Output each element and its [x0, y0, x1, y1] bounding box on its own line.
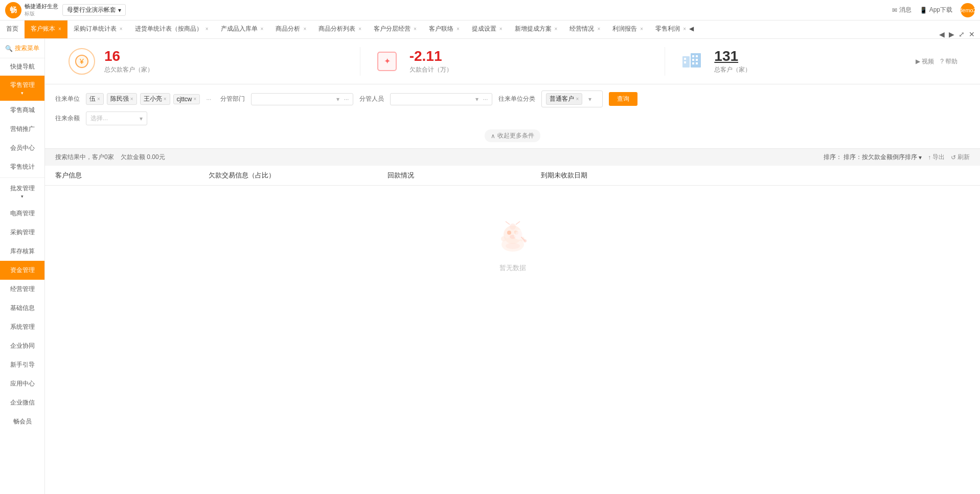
- close-icon[interactable]: ×: [414, 26, 417, 32]
- query-button[interactable]: 查询: [609, 92, 637, 106]
- sidebar-item-enterprise-wechat[interactable]: 企业微信: [0, 393, 44, 412]
- close-icon[interactable]: ×: [597, 26, 600, 32]
- svg-line-21: [516, 221, 520, 224]
- unit-class-filter-label: 往来单位分类: [498, 95, 535, 103]
- sidebar-item-marketing[interactable]: 营销推广: [0, 120, 44, 139]
- tab-retail-profit[interactable]: 零售利润 × ◀: [649, 20, 700, 38]
- summary-cards: ¥ 16 总欠款客户（家） ✦: [45, 39, 980, 84]
- sidebar-item-operations[interactable]: 经营管理: [0, 280, 44, 299]
- sidebar-item-ecommerce[interactable]: 电商管理: [0, 204, 44, 223]
- sidebar-item-system[interactable]: 系统管理: [0, 318, 44, 336]
- sidebar-item-purchase[interactable]: 采购管理: [0, 223, 44, 242]
- close-icon[interactable]: ×: [120, 26, 123, 32]
- total-customers-label: 总客户（家）: [714, 65, 751, 74]
- close-icon[interactable]: ×: [499, 26, 503, 32]
- video-icon: ▶: [916, 58, 920, 65]
- close-icon[interactable]: ×: [206, 26, 209, 32]
- export-button[interactable]: ↑ 导出: [928, 153, 945, 162]
- dept-select[interactable]: ▾ ···: [251, 93, 353, 105]
- result-actions: 排序： 排序：按欠款金额倒序排序 ▾ ↑ 导出 ↺ 刷新: [824, 153, 970, 162]
- svg-point-24: [506, 243, 520, 249]
- dept-filter-label: 分管部门: [220, 95, 245, 103]
- sidebar-quick-nav[interactable]: 快捷导航: [0, 58, 44, 76]
- refresh-button[interactable]: ↺ 刷新: [951, 153, 970, 162]
- message-button[interactable]: ✉ 消息: [892, 6, 911, 14]
- close-icon[interactable]: ×: [683, 26, 686, 32]
- tab-accounts[interactable]: 客户账本 ×: [25, 20, 67, 38]
- industry-select[interactable]: 母婴行业演示帐套 ▾: [62, 4, 126, 16]
- close-icon[interactable]: ×: [358, 26, 361, 32]
- total-customers-value[interactable]: 131: [714, 49, 751, 63]
- avatar[interactable]: demo2: [961, 3, 975, 17]
- video-button[interactable]: ▶ 视频: [916, 57, 934, 66]
- logo-area: 畅 畅捷通好生意 标版: [5, 2, 58, 18]
- sort-select[interactable]: 排序： 排序：按欠款金额倒序排序 ▾: [824, 153, 922, 162]
- sidebar-item-enterprise[interactable]: 企业协同: [0, 336, 44, 355]
- tag-close-chen[interactable]: ×: [130, 96, 133, 102]
- tabs-next-button[interactable]: ▶: [948, 30, 955, 38]
- tab-stock-stat[interactable]: 进货单统计表（按商品） ×: [129, 20, 215, 38]
- balance-select[interactable]: 选择... ▾: [86, 111, 147, 125]
- tab-operation-status[interactable]: 经营情况 ×: [563, 20, 606, 38]
- svg-rect-6: [684, 58, 686, 60]
- tab-customer-layer[interactable]: 客户分层经营 ×: [368, 20, 423, 38]
- tab-promotion-settings[interactable]: 提成设置 ×: [466, 20, 509, 38]
- close-icon[interactable]: ×: [261, 26, 264, 32]
- tabs-maximize-button[interactable]: ⤢: [958, 30, 966, 38]
- help-button[interactable]: ? 帮助: [940, 57, 958, 66]
- overdue-customers-icon: ¥: [67, 47, 96, 76]
- overdue-amount-info: -2.11 欠款合计（万）: [409, 49, 452, 74]
- close-icon[interactable]: ×: [58, 26, 61, 32]
- svg-point-28: [523, 239, 527, 242]
- overdue-amount-value: -2.11: [409, 49, 452, 63]
- svg-rect-8: [692, 55, 694, 57]
- tag-close-unit-class[interactable]: ×: [576, 96, 579, 102]
- tab-purchase-order[interactable]: 采购订单统计表 ×: [67, 20, 129, 38]
- tab-cost-in[interactable]: 产成品入库单 ×: [215, 20, 270, 38]
- tab-home[interactable]: 首页: [0, 20, 25, 38]
- chevron-down-icon: ▾: [21, 91, 24, 96]
- sidebar-item-inventory[interactable]: 库存核算: [0, 242, 44, 261]
- sidebar-search[interactable]: 🔍 搜索菜单: [0, 39, 44, 58]
- tab-profit-report[interactable]: 利润报告 ×: [606, 20, 649, 38]
- tabs-close-all-button[interactable]: ✕: [968, 30, 976, 38]
- person-select[interactable]: ▾ ···: [390, 93, 492, 105]
- tag-close-wu[interactable]: ×: [97, 96, 100, 102]
- tag-close-wang[interactable]: ×: [164, 96, 167, 102]
- sidebar-item-member-plus[interactable]: 畅会员: [0, 412, 44, 431]
- unit-class-select[interactable]: 普通客户 × ▾: [541, 91, 603, 107]
- sidebar-item-finance[interactable]: 资金管理: [0, 261, 44, 280]
- sidebar: 🔍 搜索菜单 快捷导航 零售管理 ▾ 零售商城 营销推广 会员中心 零售统计 批…: [0, 39, 45, 494]
- sidebar-item-app-center[interactable]: 应用中心: [0, 374, 44, 393]
- help-icon: ?: [940, 58, 944, 65]
- close-icon[interactable]: ×: [303, 26, 306, 32]
- tag-close-cjttcw[interactable]: ×: [194, 96, 197, 102]
- sidebar-item-retail-mall[interactable]: 零售商城: [0, 101, 44, 120]
- balance-filter-label: 往来余额: [55, 114, 80, 123]
- tab-goods-analysis[interactable]: 商品分析 ×: [269, 20, 312, 38]
- col-overdue-info: 欠款交易信息（占比）: [209, 171, 388, 180]
- main-layout: 🔍 搜索菜单 快捷导航 零售管理 ▾ 零售商城 营销推广 会员中心 零售统计 批…: [0, 39, 980, 494]
- tab-customer-contact[interactable]: 客户联络 ×: [423, 20, 466, 38]
- sidebar-item-members[interactable]: 会员中心: [0, 139, 44, 158]
- collapse-button[interactable]: ∧ 收起更多条件: [485, 129, 540, 142]
- sidebar-item-batch-mgmt[interactable]: 批发管理▾: [0, 179, 44, 204]
- sidebar-item-basic-info[interactable]: 基础信息: [0, 299, 44, 318]
- svg-line-20: [506, 221, 510, 224]
- sidebar-item-retail-stats[interactable]: 零售统计: [0, 158, 44, 176]
- tab-new-promotion[interactable]: 新增提成方案 ×: [509, 20, 564, 38]
- svg-rect-12: [692, 62, 694, 64]
- tab-goods-list[interactable]: 商品分析列表 ×: [312, 20, 368, 38]
- chevron-down-icon: ▾: [21, 194, 24, 199]
- top-bar-left: 畅 畅捷通好生意 标版 母婴行业演示帐套 ▾: [5, 2, 126, 18]
- tabs-prev-button[interactable]: ◀: [938, 30, 946, 38]
- sidebar-item-retail-mgmt[interactable]: 零售管理 ▾: [0, 76, 44, 101]
- total-customers-info: 131 总客户（家）: [714, 49, 751, 74]
- close-icon[interactable]: ×: [555, 26, 558, 32]
- close-icon[interactable]: ×: [640, 26, 643, 32]
- close-icon[interactable]: ×: [457, 26, 460, 32]
- sidebar-item-new-guide[interactable]: 新手引导: [0, 355, 44, 374]
- svg-text:✦: ✦: [383, 57, 390, 65]
- app-download-button[interactable]: 📱 App下载: [920, 6, 952, 14]
- filter-tag-more[interactable]: ···: [203, 95, 214, 104]
